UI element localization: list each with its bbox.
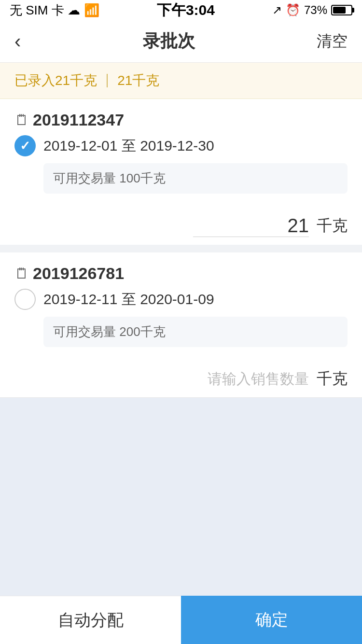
alarm-icon: ⏰ <box>286 3 300 17</box>
batch2-input-placeholder: 请输入销售数量 <box>14 369 309 389</box>
status-left: 无 SIM 卡 ☁ 📶 <box>10 2 99 19</box>
batch1-avail: 可用交易量 100千克 <box>43 163 348 194</box>
batch1-date-row[interactable]: 2019-12-01 至 2019-12-30 <box>14 135 348 156</box>
page-title: 录批次 <box>143 29 195 53</box>
battery-icon <box>331 5 352 15</box>
batch1-quantity-input[interactable] <box>193 215 309 237</box>
batch1-header: 🗒 2019112347 <box>14 111 348 129</box>
confirm-button[interactable]: 确定 <box>181 596 362 644</box>
status-bar: 无 SIM 卡 ☁ 📶 下午3:04 ↗ ⏰ 73% <box>0 0 362 20</box>
batch2-radio[interactable] <box>14 289 36 310</box>
batch1-item: 🗒 2019112347 2019-12-01 至 2019-12-30 可用交… <box>0 99 362 205</box>
batch2-item: 🗒 2019126781 2019-12-11 至 2020-01-09 可用交… <box>0 252 362 359</box>
status-right: ↗ ⏰ 73% <box>272 3 352 17</box>
batch2-unit: 千克 <box>317 368 348 390</box>
batch2-card: 🗒 2019126781 2019-12-11 至 2020-01-09 可用交… <box>0 252 362 398</box>
batch1-radio[interactable] <box>14 135 36 156</box>
batch2-icon: 🗒 <box>14 266 29 282</box>
batch1-quantity-row: 千克 <box>0 205 362 245</box>
battery-pct: 73% <box>304 3 327 17</box>
summary-label: 已录入21千克 <box>14 71 97 90</box>
batch2-input-row: 请输入销售数量 千克 <box>0 359 362 398</box>
section-gap-1 <box>0 245 362 252</box>
batch1-id: 2019112347 <box>33 111 124 129</box>
batch2-header: 🗒 2019126781 <box>14 264 348 283</box>
batch1-unit: 千克 <box>317 215 348 237</box>
nav-bar: ‹ 录批次 清空 <box>0 20 362 63</box>
empty-area <box>0 398 362 620</box>
batch2-id: 2019126781 <box>33 264 124 283</box>
bottom-bar: 自动分配 确定 <box>0 596 362 644</box>
summary-value: 21千克 <box>117 71 159 90</box>
auto-distribute-button[interactable]: 自动分配 <box>0 596 181 644</box>
batch1-card: 🗒 2019112347 2019-12-01 至 2019-12-30 可用交… <box>0 99 362 245</box>
batch2-date-row[interactable]: 2019-12-11 至 2020-01-09 <box>14 289 348 310</box>
summary-divider <box>107 74 108 87</box>
batch2-date: 2019-12-11 至 2020-01-09 <box>43 290 214 309</box>
clear-button[interactable]: 清空 <box>317 31 348 52</box>
batch2-avail: 可用交易量 200千克 <box>43 317 348 347</box>
location-icon: ↗ <box>272 3 282 17</box>
batch1-date: 2019-12-01 至 2019-12-30 <box>43 136 214 156</box>
sim-label: 无 SIM 卡 ☁ <box>10 2 80 19</box>
summary-bar: 已录入21千克 21千克 <box>0 63 362 99</box>
status-time: 下午3:04 <box>157 0 215 20</box>
wifi-icon: 📶 <box>84 3 99 18</box>
back-button[interactable]: ‹ <box>14 30 21 52</box>
batch1-icon: 🗒 <box>14 112 29 128</box>
